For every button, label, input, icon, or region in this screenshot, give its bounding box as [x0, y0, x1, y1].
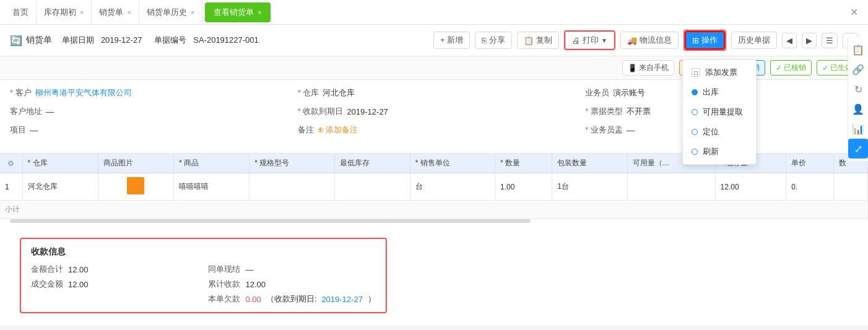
invoice-icon: □: [692, 68, 700, 77]
same-order-value: —: [245, 265, 253, 274]
phone-icon: 📱: [628, 64, 637, 72]
logistics-button[interactable]: 🚚 物流信息: [620, 32, 679, 49]
new-button[interactable]: + 新增: [433, 32, 470, 49]
print-button[interactable]: 🖨 打印 ▼: [565, 32, 614, 49]
already-sold-button[interactable]: ✓ 已核销: [770, 60, 812, 76]
col-price: 单价: [786, 154, 834, 173]
tab-close-view[interactable]: ×: [258, 9, 261, 16]
tab-home[interactable]: 首页: [5, 0, 37, 24]
next-button[interactable]: ▶: [802, 33, 817, 48]
remark-field: 备注 ⊕ 添加备注: [298, 124, 571, 136]
doc-number: 单据编号 SA-20191227-001: [154, 35, 258, 46]
payment-title: 收款信息: [31, 246, 376, 258]
tab-close-sales[interactable]: ×: [127, 9, 131, 16]
document-header: 🔄 销货单 单据日期 2019-12-27 单据编号 SA-20191227-0…: [0, 25, 868, 56]
cumulative-label: 累计收款: [208, 279, 240, 290]
row-warehouse: 河北仓库: [22, 173, 98, 201]
col-warehouse: * 仓库: [22, 154, 98, 173]
print-icon: 🖨: [572, 36, 580, 45]
remark-label: 备注: [298, 124, 314, 136]
salesperson-label: 业务员盂: [585, 124, 623, 136]
dropdown-refresh[interactable]: 刷新: [683, 142, 756, 162]
dropdown-locate-label: 定位: [703, 126, 719, 137]
dropdown-refresh-label: 刷新: [703, 146, 719, 157]
row-image: [98, 173, 173, 201]
sidebar-icon-user[interactable]: 👤: [848, 99, 868, 119]
doc-actions: + 新增 ⎘ 分享 📋 复制 🖨 打印 ▼: [433, 30, 858, 51]
view-list-button[interactable]: ☰: [822, 33, 838, 48]
tab-sales-order[interactable]: 销货单 ×: [92, 0, 139, 24]
tab-inventory-init[interactable]: 库存期初 ×: [37, 0, 92, 24]
print-highlight: 🖨 打印 ▼: [564, 30, 615, 50]
row-index: 1: [0, 173, 22, 201]
sidebar-icon-doc[interactable]: 📋: [848, 40, 868, 59]
staff-label: 业务员: [585, 87, 609, 98]
subtotal-row: 小计: [0, 201, 868, 219]
dropdown-available-qty[interactable]: 可用量提取: [683, 102, 756, 122]
sidebar-icon-link[interactable]: 🔗: [848, 59, 868, 79]
horizontal-scrollbar[interactable]: [10, 219, 531, 223]
warehouse-label: 仓库: [298, 87, 319, 98]
dropdown-locate[interactable]: 定位: [683, 122, 756, 142]
print-dropdown-arrow: ▼: [601, 37, 607, 44]
payment-section: 收款信息 金额合计 12.00 同单现结 — 成交金额 12.00: [0, 225, 868, 326]
amount-label: 金额合计: [31, 264, 63, 275]
cumulative-value: 12.00: [245, 280, 266, 289]
dropdown-outbound[interactable]: 出库: [683, 82, 756, 102]
share-icon: ⎘: [482, 36, 487, 45]
transaction-row: 成交金额 12.00: [31, 279, 198, 290]
locate-icon: [692, 129, 698, 135]
prev-button[interactable]: ◀: [782, 33, 797, 48]
payment-date-field: 收款到期日 2019-12-27: [298, 106, 571, 117]
share-button[interactable]: ⎘ 分享: [475, 32, 512, 49]
table-row: 1 河北仓库 嘻嘻嘻嘻 台 1.00 1台 12.00 0.: [0, 173, 868, 201]
due-date[interactable]: 2019-12-27: [321, 295, 363, 304]
customer-value[interactable]: 柳州粤港平安气体有限公司: [35, 87, 132, 98]
project-value: —: [30, 126, 38, 135]
col-min-stock: 最低库存: [334, 154, 410, 173]
salesperson-value: —: [627, 126, 635, 135]
grid-icon: ⊞: [692, 36, 699, 45]
address-label: 客户地址: [10, 106, 42, 117]
copy-button[interactable]: 📋 复制: [517, 32, 559, 49]
from-phone-button[interactable]: 📱 来自手机: [622, 60, 674, 76]
row-unit: 台: [410, 173, 495, 201]
tab-sales-history[interactable]: 销货单历史 ×: [139, 0, 202, 24]
amount-value: 12.00: [68, 265, 89, 274]
row-spec: [250, 173, 334, 201]
remark-add-btn[interactable]: ⊕ 添加备注: [318, 124, 358, 136]
cumulative-row: 累计收款 12.00: [208, 279, 375, 290]
operate-button[interactable]: ⊞ 操作: [685, 31, 725, 50]
col-qty: * 数量: [495, 154, 552, 173]
payment-grid: 金额合计 12.00 同单现结 — 成交金额 12.00 累计收款 12.00: [31, 264, 376, 305]
sidebar-icon-refresh[interactable]: ↻: [848, 79, 868, 99]
copy-icon: 📋: [524, 36, 534, 45]
ticket-type-value: 不开票: [627, 106, 651, 117]
project-field: 项目 —: [10, 124, 283, 136]
sidebar-icon-chart[interactable]: 📊: [848, 119, 868, 139]
payment-amount-row: 金额合计 12.00: [31, 264, 198, 275]
plus-icon: ⊕: [318, 125, 324, 134]
operate-highlight: ⊞ 操作: [684, 30, 726, 51]
col-image: 商品图片: [98, 154, 173, 173]
tab-close-inventory[interactable]: ×: [80, 9, 84, 16]
row-current-qty: 12.00: [715, 173, 786, 201]
doc-date: 单据日期 2019-12-27: [62, 35, 142, 46]
refresh-icon: [692, 149, 698, 155]
col-settings[interactable]: ⚙: [0, 154, 22, 173]
col-spec: * 规格型号: [250, 154, 334, 173]
doc-icon: 🔄: [10, 35, 22, 46]
sidebar-icon-expand[interactable]: ⤢: [848, 139, 868, 158]
tab-close-history[interactable]: ×: [191, 9, 194, 16]
transaction-label: 成交金额: [31, 279, 63, 290]
doc-title-text: 销货单: [26, 35, 52, 46]
dropdown-add-invoice[interactable]: □ 添加发票: [683, 63, 756, 82]
close-window-button[interactable]: ✕: [845, 6, 863, 18]
tab-view-sales[interactable]: 查看销货单 ×: [205, 2, 270, 22]
history-button[interactable]: 历史单据: [731, 32, 777, 49]
row-product: 嘻嘻嘻嘻: [173, 173, 249, 201]
warehouse-value: 河北仓库: [323, 87, 355, 98]
dropdown-available-qty-label: 可用量提取: [703, 106, 743, 118]
col-unit: * 销售单位: [410, 154, 495, 173]
transaction-value: 12.00: [68, 280, 89, 289]
